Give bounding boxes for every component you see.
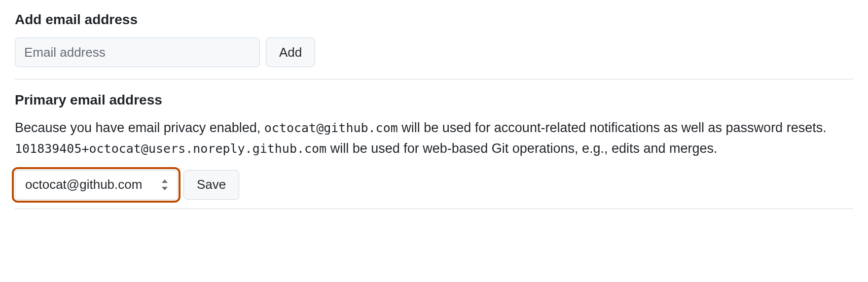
desc-text-1: Because you have email privacy enabled, (15, 120, 264, 135)
add-email-heading: Add email address (15, 12, 853, 28)
primary-email-description: Because you have email privacy enabled, … (15, 118, 853, 159)
primary-email-selected-value: octocat@github.com (25, 177, 142, 192)
primary-email-section: Primary email address Because you have e… (15, 92, 853, 209)
email-input[interactable] (15, 37, 260, 67)
add-email-row: Add (15, 37, 853, 67)
noreply-email-code: 101839405+octocat@users.noreply.github.c… (15, 141, 326, 156)
primary-email-heading: Primary email address (15, 92, 853, 108)
add-button[interactable]: Add (266, 37, 315, 67)
primary-email-select-wrap: octocat@github.com (15, 170, 178, 200)
add-email-section: Add email address Add (15, 12, 853, 79)
desc-text-2: will be used for account-related notific… (398, 120, 827, 135)
account-email-code: octocat@github.com (264, 121, 398, 135)
primary-email-select[interactable]: octocat@github.com (15, 170, 178, 200)
updown-caret-icon (160, 179, 169, 191)
desc-text-3: will be used for web-based Git operation… (326, 141, 717, 156)
save-button[interactable]: Save (183, 170, 239, 200)
primary-email-row: octocat@github.com Save (15, 170, 853, 200)
